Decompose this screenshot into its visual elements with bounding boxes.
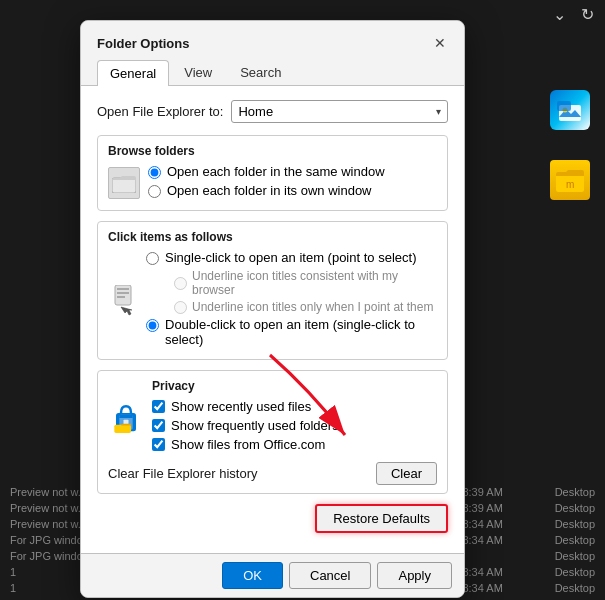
dropdown-value: Home bbox=[238, 104, 273, 119]
privacy-checkboxes: Privacy Show recently used files Show fr… bbox=[152, 379, 437, 456]
click-icon bbox=[108, 283, 138, 319]
photos-icon bbox=[550, 90, 590, 130]
svg-rect-5 bbox=[112, 178, 136, 193]
svg-rect-8 bbox=[117, 292, 129, 294]
privacy-section: Privacy Show recently used files Show fr… bbox=[97, 370, 448, 494]
privacy-content: Privacy Show recently used files Show fr… bbox=[108, 379, 437, 456]
svg-rect-9 bbox=[117, 296, 125, 298]
underline-hover-label: Underline icon titles only when I point … bbox=[192, 300, 433, 314]
dialog-title: Folder Options bbox=[97, 36, 189, 51]
same-window-option[interactable]: Open each folder in the same window bbox=[148, 164, 437, 179]
office-files-option[interactable]: Show files from Office.com bbox=[152, 437, 437, 452]
single-click-option[interactable]: Single-click to open an item (point to s… bbox=[146, 250, 437, 265]
cancel-button[interactable]: Cancel bbox=[289, 562, 371, 589]
tab-view[interactable]: View bbox=[171, 59, 225, 85]
restore-row: Restore Defaults bbox=[97, 504, 448, 533]
clear-history-label: Clear File Explorer history bbox=[108, 466, 258, 481]
privacy-icon bbox=[108, 400, 144, 436]
browse-folder-icon bbox=[108, 167, 140, 199]
clear-history-row: Clear File Explorer history Clear bbox=[108, 462, 437, 485]
folder-icon: m bbox=[550, 160, 590, 200]
underline-browser-option: Underline icon titles consistent with my… bbox=[174, 269, 437, 297]
svg-text:m: m bbox=[566, 179, 574, 190]
double-click-label: Double-click to open an item (single-cli… bbox=[165, 317, 437, 347]
title-bar: Folder Options ✕ bbox=[81, 21, 464, 55]
tab-general[interactable]: General bbox=[97, 60, 169, 86]
click-items-section: Click items as follows Single-click to o… bbox=[97, 221, 448, 360]
own-window-label: Open each folder in its own window bbox=[167, 183, 372, 198]
open-explorer-row: Open File Explorer to: Home ▾ bbox=[97, 100, 448, 123]
underline-browser-label: Underline icon titles consistent with my… bbox=[192, 269, 437, 297]
browse-folders-section: Browse folders Open each folder in the s… bbox=[97, 135, 448, 211]
dialog-content: Open File Explorer to: Home ▾ Browse fol… bbox=[81, 86, 464, 553]
restore-defaults-button[interactable]: Restore Defaults bbox=[315, 504, 448, 533]
tab-bar: General View Search bbox=[81, 55, 464, 86]
click-options: Single-click to open an item (point to s… bbox=[146, 250, 437, 351]
open-explorer-dropdown[interactable]: Home ▾ bbox=[231, 100, 448, 123]
browse-folders-content: Open each folder in the same window Open… bbox=[108, 164, 437, 202]
svg-rect-7 bbox=[117, 288, 129, 290]
chevron-icon: ⌄ bbox=[549, 4, 569, 24]
svg-rect-3 bbox=[557, 101, 571, 111]
refresh-icon: ↻ bbox=[577, 4, 597, 24]
recently-used-label: Show recently used files bbox=[171, 399, 311, 414]
frequently-used-option[interactable]: Show frequently used folders bbox=[152, 418, 437, 433]
underline-hover-option: Underline icon titles only when I point … bbox=[174, 300, 437, 314]
frequently-used-label: Show frequently used folders bbox=[171, 418, 339, 433]
own-window-option[interactable]: Open each folder in its own window bbox=[148, 183, 437, 198]
clear-button[interactable]: Clear bbox=[376, 462, 437, 485]
close-button[interactable]: ✕ bbox=[428, 31, 452, 55]
dialog-footer: OK Cancel Apply bbox=[81, 553, 464, 597]
svg-rect-13 bbox=[114, 424, 131, 432]
folder-options-dialog: Folder Options ✕ General View Search Ope… bbox=[80, 20, 465, 598]
chevron-down-icon: ▾ bbox=[436, 106, 441, 117]
click-items-title: Click items as follows bbox=[108, 230, 437, 244]
apply-button[interactable]: Apply bbox=[377, 562, 452, 589]
same-window-label: Open each folder in the same window bbox=[167, 164, 385, 179]
desktop-icon-photos[interactable] bbox=[545, 90, 595, 130]
single-click-label: Single-click to open an item (point to s… bbox=[165, 250, 416, 265]
desktop-icon-folder[interactable]: m bbox=[545, 160, 595, 200]
office-files-label: Show files from Office.com bbox=[171, 437, 325, 452]
ok-button[interactable]: OK bbox=[222, 562, 283, 589]
open-explorer-label: Open File Explorer to: bbox=[97, 104, 223, 119]
taskbar-hint: ⌄ ↻ bbox=[541, 0, 605, 28]
click-items-content: Single-click to open an item (point to s… bbox=[108, 250, 437, 351]
privacy-title: Privacy bbox=[152, 379, 437, 393]
browse-radios: Open each folder in the same window Open… bbox=[148, 164, 437, 202]
recently-used-option[interactable]: Show recently used files bbox=[152, 399, 437, 414]
double-click-option[interactable]: Double-click to open an item (single-cli… bbox=[146, 317, 437, 347]
tab-search[interactable]: Search bbox=[227, 59, 294, 85]
browse-folders-title: Browse folders bbox=[108, 144, 437, 158]
